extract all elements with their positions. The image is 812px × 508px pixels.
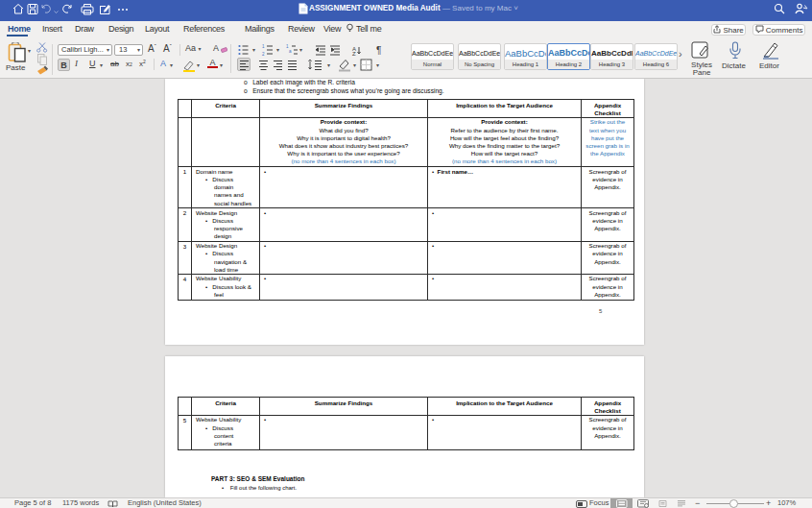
svg-text:Z: Z [352,51,356,56]
svg-text:a: a [289,49,292,54]
svg-text:1: 1 [262,44,265,49]
svg-text:¶: ¶ [376,45,381,56]
svg-text:2: 2 [262,52,265,56]
